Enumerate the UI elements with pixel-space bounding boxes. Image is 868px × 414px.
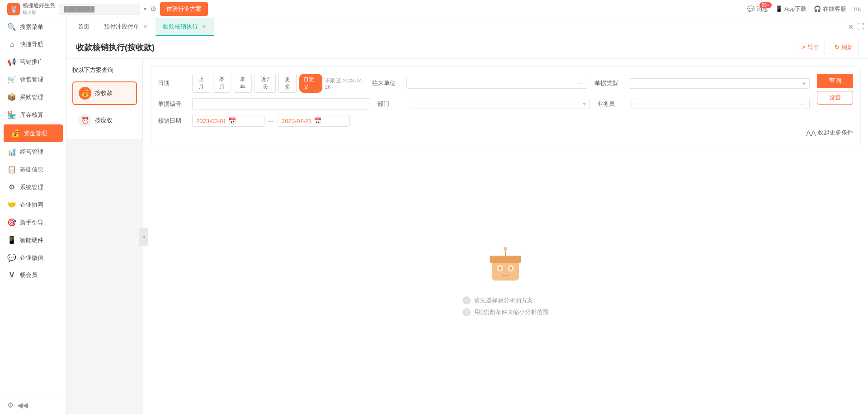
svg-point-4: [499, 267, 501, 270]
page-title: 收款核销执行(按收款): [76, 42, 155, 53]
svg-rect-1: [490, 256, 521, 263]
partner-field[interactable]: ···: [406, 78, 587, 89]
export-icon: ↗: [801, 44, 806, 51]
settings-button[interactable]: 设置: [817, 91, 853, 105]
sidebar-item-sales[interactable]: 🛒 销售管理: [0, 71, 66, 88]
verify-end-value: 2023-07-21: [282, 118, 312, 124]
page-header: 收款核销执行(按收款) ↗ 导出 ↻ 刷新: [67, 36, 868, 59]
tab-verify-close-icon[interactable]: ✕: [201, 23, 207, 31]
hint-text-1: 请先选择要分析的方案: [474, 296, 533, 305]
sidebar-item-business[interactable]: 📊 经营管理: [0, 143, 66, 161]
collapse-label: 收起更多条件: [818, 128, 853, 137]
filter-item-by-receipt[interactable]: 💰 按收款: [72, 81, 137, 105]
sidebar-item-wechat[interactable]: 💬 企业微信: [0, 249, 66, 266]
dropdown-arrow-icon[interactable]: ▾: [144, 6, 146, 12]
phone-icon: 📱: [775, 5, 783, 12]
date-7days-button[interactable]: 近7天: [255, 74, 275, 93]
date-this-month-button[interactable]: 本月: [213, 74, 231, 93]
sidebar-label-business: 经营管理: [20, 148, 43, 156]
doc-type-dropdown-icon: ▾: [802, 80, 806, 87]
sidebar-collapse-icon[interactable]: ◀◀: [17, 401, 28, 409]
tab-prepay-close-icon[interactable]: ✕: [142, 23, 148, 31]
date-custom-button[interactable]: 自定义: [299, 74, 322, 93]
sidebar-item-marketing[interactable]: 📢 营销推广: [0, 53, 66, 71]
empty-hints: 1 请先选择要分析的方案 2 用[过滤]条件来缩小分析范围: [462, 296, 548, 316]
verify-date-label: 核销日期: [158, 117, 185, 125]
staff-field[interactable]: ···: [632, 99, 810, 109]
export-button[interactable]: ↗ 导出: [795, 41, 825, 54]
hardware-icon: 📱: [7, 236, 16, 244]
collapse-more-conditions[interactable]: ⋀⋀ 收起更多条件: [158, 127, 853, 138]
sidebar-item-system[interactable]: ⚙ 系统管理: [0, 178, 66, 196]
dept-label: 部门: [377, 100, 405, 108]
sidebar-label-member: 畅会员: [20, 271, 38, 279]
calendar-end-icon[interactable]: 📅: [314, 117, 321, 124]
tab-verify[interactable]: 收款核销执行 ✕: [156, 18, 214, 36]
calendar-start-icon[interactable]: 📅: [228, 117, 236, 124]
sidebar-item-inventory[interactable]: 🏪 库存核算: [0, 106, 66, 124]
refresh-button[interactable]: ↻ 刷新: [829, 41, 859, 54]
date-last-month-button[interactable]: 上月: [192, 74, 210, 93]
tab-prepay-label: 预付冲应付单: [104, 23, 139, 31]
sidebar-item-enterprise[interactable]: 🤝 企业协同: [0, 196, 66, 214]
main-layout: 🔍 搜索菜单 ⌂ 快捷导航 📢 营销推广 🛒 销售管理 📦 采购管理 🏪 库存核…: [0, 18, 868, 414]
message-button[interactable]: 💬 消息 99+: [747, 5, 768, 13]
page-header-actions: ↗ 导出 ↻ 刷新: [795, 41, 859, 54]
refresh-icon: ↻: [835, 44, 840, 51]
gear-icon[interactable]: ⚙: [150, 5, 156, 13]
doc-type-select[interactable]: ▾: [629, 78, 810, 89]
user-name[interactable]: Rit: [854, 5, 861, 12]
tab-expand-icon[interactable]: ⛶: [857, 23, 864, 31]
sidebar-item-shortcut[interactable]: ⌂ 快捷导航: [0, 36, 66, 53]
sidebar-label-finance: 资金管理: [24, 129, 47, 138]
empty-illustration: [483, 242, 528, 287]
filter-collapse-button[interactable]: »: [139, 228, 148, 246]
bottom-settings-icon[interactable]: ⚙: [7, 401, 14, 409]
doc-type-label: 单据类型: [594, 79, 622, 87]
sidebar-item-member[interactable]: V 畅会员: [0, 266, 66, 284]
sidebar-item-finance[interactable]: 💰 资金管理: [4, 124, 63, 142]
verify-date-end-input[interactable]: 2023-07-21 📅: [278, 115, 350, 127]
message-icon: 💬: [747, 5, 755, 12]
svg-point-7: [504, 247, 507, 251]
date-this-year-button[interactable]: 本年: [234, 74, 252, 93]
finance-icon: 💰: [11, 129, 20, 138]
filter-item-by-receivable[interactable]: ⏰ 按应收: [72, 109, 137, 132]
industry-solution-button[interactable]: 体验行业方案: [160, 2, 208, 16]
date-row: 日期 上月 本月 本年 近7天 更多 自定义 不限 至 2023-07-26: [158, 74, 810, 93]
svg-rect-0: [492, 260, 519, 281]
sidebar-item-basic[interactable]: 📋 基础信息: [0, 161, 66, 178]
topbar-right: 💬 消息 99+ 📱 App下载 🎧 在线客服 Rit: [747, 5, 861, 13]
app-download-button[interactable]: 📱 App下载: [775, 5, 807, 13]
verify-date-row: 核销日期 2023-03-01 📅 — 2023-07-21: [158, 115, 810, 127]
sidebar-label-purchase: 采购管理: [20, 93, 43, 101]
sidebar-label-shortcut: 快捷导航: [20, 40, 43, 48]
partner-dots-icon[interactable]: ···: [578, 80, 583, 87]
tab-home[interactable]: 首页: [71, 18, 97, 36]
query-button[interactable]: 查询: [817, 74, 853, 88]
online-service-button[interactable]: 🎧 在线客服: [814, 5, 846, 13]
sidebar-item-hardware[interactable]: 📱 智能硬件: [0, 231, 66, 249]
dept-dropdown-icon: ▾: [583, 100, 586, 107]
filter-receipt-icon: 💰: [79, 87, 91, 100]
filter-receipt-label: 按收款: [95, 89, 113, 97]
staff-dots-icon[interactable]: ···: [801, 100, 806, 107]
tab-close-all-icon[interactable]: ✕: [848, 23, 854, 31]
doc-no-input[interactable]: [192, 98, 370, 109]
doc-no-label: 单据编号: [158, 100, 185, 108]
tab-prepay[interactable]: 预付冲应付单 ✕: [97, 18, 156, 36]
tab-home-label: 首页: [78, 23, 90, 31]
dept-select[interactable]: ▾: [412, 99, 590, 109]
search-company-input[interactable]: ████████: [59, 4, 140, 14]
sidebar-item-purchase[interactable]: 📦 采购管理: [0, 88, 66, 106]
service-label: 在线客服: [823, 5, 846, 13]
sidebar-item-guide[interactable]: 🎯 新手引导: [0, 214, 66, 231]
content-area: 按以下方案查询 💰 按收款 ⏰ 按应收 »: [67, 59, 868, 414]
purchase-icon: 📦: [7, 93, 16, 101]
date-more-button[interactable]: 更多: [278, 74, 297, 93]
sidebar-label-wechat: 企业微信: [20, 254, 43, 262]
sidebar-item-search[interactable]: 🔍 搜索菜单: [0, 18, 66, 36]
empty-hint-2: 2 用[过滤]条件来缩小分析范围: [462, 308, 548, 316]
verify-date-start-input[interactable]: 2023-03-01 📅: [192, 115, 264, 127]
date-hint: 不限 至 2023-07-26: [325, 77, 365, 90]
